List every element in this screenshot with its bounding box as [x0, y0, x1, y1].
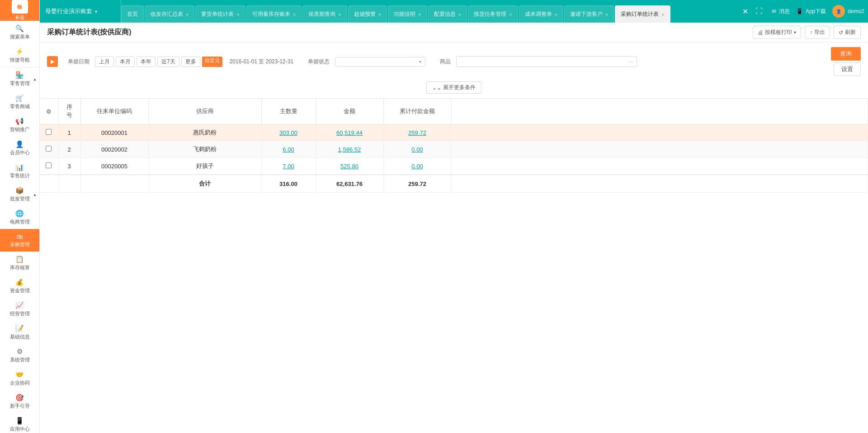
tab-overstock-alert[interactable]: 超储预警 ×	[348, 5, 387, 23]
app-download-label[interactable]: App下载	[806, 8, 826, 15]
tab-actions: ✕ ⛶ ✉ 消息 📱 App下载 👤 demo2	[735, 5, 868, 18]
row-checkbox[interactable]	[46, 129, 52, 135]
tab-cost-adjust-label: 成本调整单	[525, 10, 552, 18]
row-check-cell[interactable]	[40, 158, 58, 175]
gear-icon[interactable]: ⚙	[46, 108, 52, 115]
user-name[interactable]: demo2	[848, 8, 864, 14]
sidebar-search-section: 🔍 搜索英单 ⚡ 快捷导航	[0, 21, 39, 67]
shortcut-more[interactable]: 更多	[181, 57, 200, 67]
tab-picking-task-close[interactable]: ×	[509, 12, 512, 17]
export-icon: ↑	[810, 29, 812, 36]
tab-home[interactable]: 首页	[121, 5, 144, 23]
refresh-button[interactable]: ↺ 刷新	[834, 26, 861, 39]
sidebar-system-label: 系统管理	[10, 357, 30, 363]
close-tab-button[interactable]: ✕	[739, 5, 752, 18]
status-chevron: ▾	[419, 59, 421, 64]
tab-config-info-label: 配置信息	[434, 10, 456, 18]
sidebar-operation-label: 经营管理	[10, 310, 30, 317]
inventory-icon: 📋	[15, 255, 24, 263]
sidebar-item-purchase[interactable]: 🛍 采购管理	[0, 229, 39, 252]
row-checkbox[interactable]	[46, 146, 52, 152]
query-button[interactable]: 查询	[831, 47, 861, 61]
tab-function-desc[interactable]: 功能说明 ×	[388, 5, 427, 23]
app-logo[interactable]: 畅 标题	[0, 0, 39, 21]
custom-date-badge[interactable]: 自定义	[202, 57, 222, 67]
workspace-selector[interactable]: 母婴行业演示账套 ▾	[40, 0, 121, 23]
sidebar-item-app-center[interactable]: 📱 应用中心	[0, 413, 39, 433]
product-select[interactable]: ···	[456, 56, 637, 67]
tab-cost-adjust[interactable]: 成本调整单 ×	[519, 5, 563, 23]
sidebar-item-ecommerce[interactable]: 🌐 电商管理	[0, 206, 39, 229]
sidebar-item-search[interactable]: 🔍 搜索英单	[0, 21, 39, 44]
sidebar-item-retail-stats[interactable]: 📊 零售统计	[0, 160, 39, 183]
tab-function-desc-close[interactable]: ×	[418, 12, 421, 17]
sidebar-item-member[interactable]: 👤 会员中心	[0, 137, 39, 160]
tab-order-summary[interactable]: 要货单统计表 ×	[195, 5, 245, 23]
tab-receive-summary-label: 收发存汇总表	[151, 10, 183, 18]
sidebar-item-inventory[interactable]: 📋 库存核算	[0, 252, 39, 275]
row-qty-cell[interactable]: 303.00	[261, 124, 316, 141]
shortcut-last-month[interactable]: 上月	[95, 57, 114, 67]
sidebar-item-enterprise[interactable]: 🤝 企业协同	[0, 367, 39, 390]
sidebar-app-center-label: 应用中心	[10, 426, 30, 433]
sidebar-item-retail[interactable]: 🏪 零售管理	[0, 67, 39, 90]
print-button[interactable]: 🖨 按模板打印 ▾	[753, 26, 801, 39]
sidebar-item-retail-shop[interactable]: 🛒 零售商城	[0, 90, 39, 114]
sidebar-item-finance[interactable]: 💰 资金管理	[0, 275, 39, 298]
settings-button[interactable]: 设置	[834, 62, 861, 76]
shortcut-this-month[interactable]: 本月	[116, 57, 135, 67]
tab-expiry-query-close[interactable]: ×	[338, 12, 341, 17]
tab-receive-summary[interactable]: 收发存汇总表 ×	[145, 5, 194, 23]
export-button[interactable]: ↑ 导出	[805, 26, 830, 39]
row-amount-cell[interactable]: 1,586.52	[316, 141, 383, 158]
logo-icon: 畅	[12, 0, 28, 14]
tab-picking-task[interactable]: 拣货任务管理 ×	[468, 5, 518, 23]
row-paid-cell[interactable]: 0.00	[383, 141, 451, 158]
sidebar-item-basic-info[interactable]: 📝 基础信息	[0, 321, 39, 344]
row-checkbox[interactable]	[46, 162, 52, 168]
sidebar-item-quick-nav[interactable]: ⚡ 快捷导航	[0, 44, 39, 67]
tab-available-stock[interactable]: 可用量库存账本 ×	[246, 5, 302, 23]
user-avatar[interactable]: 👤	[832, 5, 845, 18]
tab-available-stock-close[interactable]: ×	[293, 12, 296, 17]
row-check-cell[interactable]	[40, 141, 58, 158]
tab-purchase-summary[interactable]: 采购订单统计表 ×	[615, 5, 670, 23]
tab-overstock-alert-close[interactable]: ×	[378, 12, 381, 17]
row-paid-cell[interactable]: 259.72	[383, 124, 451, 141]
tab-order-summary-close[interactable]: ×	[236, 12, 239, 17]
tab-receive-summary-close[interactable]: ×	[186, 12, 189, 17]
shortcut-this-year[interactable]: 本年	[137, 57, 156, 67]
shortcut-7days[interactable]: 近7天	[157, 57, 179, 67]
sidebar-item-new-guide[interactable]: 🎯 新手引导	[0, 390, 39, 413]
row-qty-cell[interactable]: 7.00	[261, 158, 316, 175]
tab-expiry-query[interactable]: 保质期查询 ×	[302, 5, 347, 23]
row-paid-cell[interactable]: 0.00	[383, 158, 451, 175]
sidebar-item-operation[interactable]: 📈 经营管理	[0, 298, 39, 321]
row-check-cell[interactable]	[40, 124, 58, 141]
maximize-button[interactable]: ⛶	[752, 5, 766, 17]
tab-purchase-summary-close[interactable]: ×	[661, 12, 664, 17]
product-dots: ···	[628, 58, 633, 65]
sidebar-item-marketing[interactable]: 📢 营销推广	[0, 114, 39, 137]
tab-invite-downstream[interactable]: 邀请下游客户 ×	[564, 5, 614, 23]
message-label[interactable]: 消息	[779, 8, 790, 15]
tab-config-info[interactable]: 配置信息 ×	[428, 5, 467, 23]
table-header-row: ⚙ 序号 往来单位编码 供应商 主数量 金额 累计付款金额	[40, 99, 868, 124]
toggle-filter-button[interactable]: ▶	[47, 56, 58, 67]
tab-available-stock-label: 可用量库存账本	[252, 10, 290, 18]
row-amount-cell[interactable]: 60,519.44	[316, 124, 383, 141]
tab-invite-downstream-close[interactable]: ×	[605, 12, 608, 17]
status-select[interactable]: ▾	[335, 57, 425, 67]
status-filter-label: 单据状态	[308, 58, 330, 66]
expand-conditions-button[interactable]: ⌄⌄ 展开更多条件	[426, 81, 481, 94]
row-amount-cell[interactable]: 525.80	[316, 158, 383, 175]
sidebar-item-system[interactable]: ⚙ 系统管理	[0, 344, 39, 367]
tab-config-info-close[interactable]: ×	[458, 12, 461, 17]
member-icon: 👤	[15, 140, 24, 148]
sidebar-item-wholesale[interactable]: 📦 批发管理	[0, 183, 39, 206]
row-qty-cell[interactable]: 6.00	[261, 141, 316, 158]
refresh-icon: ↺	[839, 29, 843, 36]
tab-cost-adjust-close[interactable]: ×	[555, 12, 557, 17]
sidebar-wholesale-label: 批发管理	[10, 195, 30, 202]
sidebar-basic-info-label: 基础信息	[10, 333, 30, 340]
